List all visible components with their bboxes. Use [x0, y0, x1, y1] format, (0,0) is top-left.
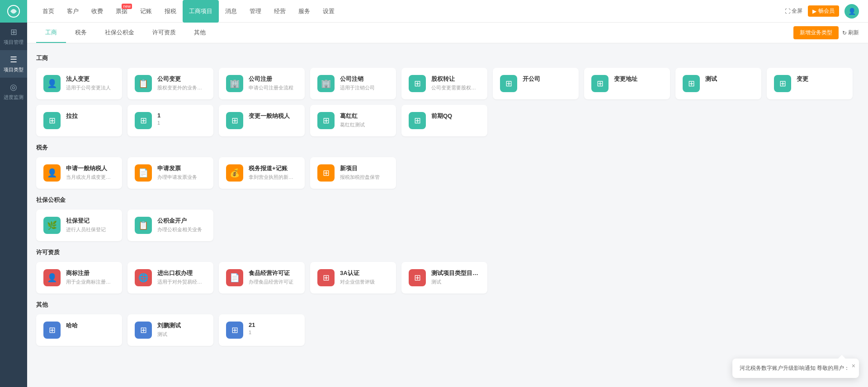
card-name-tax-accounting: 税务报道+记账	[249, 164, 297, 173]
section-title-industry: 工商	[36, 54, 859, 62]
card-name-trademark: 商标注册	[66, 269, 115, 277]
card-icon-apply-taxpayer: 👤	[43, 164, 61, 182]
card-tax-accounting[interactable]: 💰税务报道+记账拿到营业执照的新公司	[219, 157, 305, 189]
tab-other[interactable]: 其他	[185, 23, 215, 43]
notification-text: 河北税务数字账户升级影响通知 尊敬的用户：	[740, 364, 852, 373]
card-text-fund-account: 公积金开户办理公积金相关业务	[157, 217, 206, 233]
sidebar-item-project-manage[interactable]: ⊞ 项目管理	[0, 23, 27, 50]
card-mohonghong[interactable]: ⊞葛红红葛红红测试	[310, 105, 396, 136]
add-type-button[interactable]: 新增业务类型	[793, 26, 839, 39]
card-text-import-export: 进出口权办理适用于对外贸易经营者	[157, 269, 206, 285]
card-company-cancel[interactable]: 🏢公司注销适用于注销公司	[310, 68, 396, 99]
notification-close-button[interactable]: ×	[852, 362, 855, 369]
card-name-one: 1	[157, 112, 206, 119]
card-apply-invoice[interactable]: 📄申请发票办理申请发票业务	[127, 157, 213, 189]
card-name-company-cancel: 公司注销	[340, 75, 389, 83]
card-text-mohonghong: 葛红红葛红红测试	[340, 112, 389, 128]
refresh-button[interactable]: ↻ 刷新	[842, 29, 859, 37]
card-text-food-permit: 食品经营许可证办理食品经营许可证	[249, 269, 297, 285]
cards-grid-social-fund: 🌿社保登记进行人员社保登记📋公积金开户办理公积金相关业务	[36, 210, 859, 241]
card-icon-test: ⊞	[683, 75, 700, 92]
card-text-company-cancel: 公司注销适用于注销公司	[340, 75, 389, 91]
card-icon-3a-cert: ⊞	[317, 269, 335, 286]
fullscreen-button[interactable]: ⛶ 全屏	[785, 7, 802, 15]
card-text-3a-cert: 3A认证对企业信誉评级	[340, 269, 389, 285]
card-name-open-company: 开公司	[523, 75, 571, 83]
tab-bar: 工商 税务 社保公积金 许可资质 其他 新增业务类型 ↻ 刷新	[27, 23, 868, 43]
nav-accounting[interactable]: 记账	[134, 0, 158, 23]
card-new-project[interactable]: ⊞新项目报税加税控盘保管	[310, 157, 396, 189]
card-liupeng-test[interactable]: ⊞刘鹏测试测试	[127, 314, 213, 346]
sidebar-logo	[0, 0, 27, 23]
card-name-test: 测试	[705, 75, 754, 83]
tab-industry[interactable]: 工商	[36, 23, 66, 43]
card-open-company[interactable]: ⊞开公司	[493, 68, 579, 99]
card-change-address[interactable]: ⊞变更地址	[584, 68, 670, 99]
tab-social-fund[interactable]: 社保公积金	[96, 23, 143, 43]
nav-settings[interactable]: 设置	[316, 0, 341, 23]
card-haha[interactable]: ⊞哈哈	[36, 314, 122, 346]
card-food-permit[interactable]: 📄食品经营许可证办理食品经营许可证	[219, 262, 305, 294]
nav-billing[interactable]: 收费	[85, 0, 109, 23]
card-3a-cert[interactable]: ⊞3A认证对企业信誉评级	[310, 262, 396, 294]
tab-permit[interactable]: 许可资质	[143, 23, 185, 43]
card-test[interactable]: ⊞测试	[675, 68, 761, 99]
card-one[interactable]: ⊞11	[127, 105, 213, 136]
cards-grid-other: ⊞哈哈⊞刘鹏测试测试⊞211	[36, 314, 859, 346]
card-trademark[interactable]: 👤商标注册用于企业商标注册服务	[36, 262, 122, 294]
card-test-type[interactable]: ⊞测试项目类型目定义测试	[401, 262, 487, 294]
card-desc-twenty-one: 1	[249, 330, 297, 335]
card-desc-new-project: 报税加税控盘保管	[340, 174, 389, 181]
nav-operation[interactable]: 经营	[268, 0, 292, 23]
nav-client[interactable]: 客户	[61, 0, 85, 23]
card-desc-social-register: 进行人员社保登记	[66, 226, 115, 233]
nav-industry[interactable]: 工商项目	[183, 0, 219, 23]
card-fund-account[interactable]: 📋公积金开户办理公积金相关业务	[127, 210, 213, 241]
card-icon-apply-invoice: 📄	[135, 164, 152, 182]
card-name-liupeng-test: 刘鹏测试	[157, 322, 206, 330]
main-container: 首页 客户 收费 票据 new 记账 报税 工商项目 消息 管理 经营 服务 设…	[27, 0, 868, 387]
card-desc-3a-cert: 对企业信誉评级	[340, 279, 389, 285]
nav-service[interactable]: 服务	[292, 0, 316, 23]
content-area: 工商👤法人变更适用于公司变更法人📋公司变更股权变更外的业务变更🏢公司注册申请公司…	[27, 43, 868, 387]
card-text-social-register: 社保登记进行人员社保登记	[66, 217, 115, 233]
card-icon-company-register: 🏢	[226, 75, 243, 92]
nav-message[interactable]: 消息	[219, 0, 243, 23]
nav-home[interactable]: 首页	[36, 0, 61, 23]
card-text-haha: 哈哈	[66, 322, 115, 331]
card-equity-transfer[interactable]: ⊞股权转让公司变更需要股权转让	[401, 68, 487, 99]
tab-tax[interactable]: 税务	[66, 23, 96, 43]
sidebar-item-project-type[interactable]: ☰ 项目类型	[0, 50, 27, 78]
card-change-taxpayer[interactable]: ⊞变更一般纳税人	[219, 105, 305, 136]
card-text-new-project: 新项目报税加税控盘保管	[340, 164, 389, 181]
card-desc-trademark: 用于企业商标注册服务	[66, 279, 115, 285]
sidebar-item-progress-monitor[interactable]: ◎ 进度监测	[0, 78, 27, 105]
card-icon-change-address: ⊞	[591, 75, 609, 92]
play-icon: ▶	[812, 8, 816, 14]
card-lala[interactable]: ⊞拉拉	[36, 105, 122, 136]
card-text-equity-transfer: 股权转让公司变更需要股权转让	[431, 75, 480, 91]
card-name-new-project: 新项目	[340, 164, 389, 173]
card-twenty-one[interactable]: ⊞211	[219, 314, 305, 346]
card-text-open-company: 开公司	[523, 75, 571, 84]
card-front-qq[interactable]: ⊞前期QQ	[401, 105, 487, 136]
refresh-icon: ↻	[842, 30, 847, 36]
vip-button[interactable]: ▶ 畅会员	[808, 5, 839, 17]
card-legal-change[interactable]: 👤法人变更适用于公司变更法人	[36, 68, 122, 99]
card-company-change[interactable]: 📋公司变更股权变更外的业务变更	[127, 68, 213, 99]
card-icon-change: ⊞	[774, 75, 791, 92]
card-change[interactable]: ⊞变更	[767, 68, 853, 99]
card-name-equity-transfer: 股权转让	[431, 75, 480, 83]
card-apply-taxpayer[interactable]: 👤申请一般纳税人当月或次月成变更完成	[36, 157, 122, 189]
avatar[interactable]: 👤	[844, 4, 859, 19]
card-text-apply-invoice: 申请发票办理申请发票业务	[157, 164, 206, 181]
nav-tax[interactable]: 报税	[158, 0, 183, 23]
card-company-register[interactable]: 🏢公司注册申请公司注册全流程	[219, 68, 305, 99]
nav-manage[interactable]: 管理	[243, 0, 268, 23]
nav-ticket[interactable]: 票据 new	[109, 0, 134, 23]
card-social-register[interactable]: 🌿社保登记进行人员社保登记	[36, 210, 122, 241]
section-title-permit: 许可资质	[36, 248, 859, 256]
card-text-twenty-one: 211	[249, 322, 297, 335]
card-import-export[interactable]: 🌐进出口权办理适用于对外贸易经营者	[127, 262, 213, 294]
card-text-tax-accounting: 税务报道+记账拿到营业执照的新公司	[249, 164, 297, 181]
